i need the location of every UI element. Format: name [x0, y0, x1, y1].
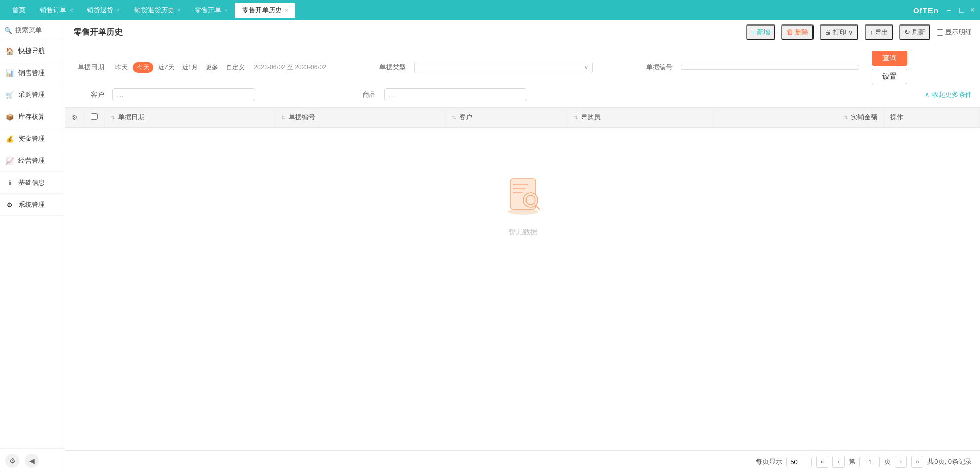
query-button[interactable]: 查询: [872, 51, 907, 66]
tab-return-history-label: 销货退货历史: [134, 6, 174, 15]
delete-button[interactable]: 🗑 删除: [781, 24, 814, 40]
tab-return-history-close[interactable]: ×: [177, 7, 180, 13]
sidebar-item-system[interactable]: ⚙ 系统管理: [0, 194, 65, 216]
svg-line-7: [536, 205, 539, 209]
th-salesperson[interactable]: ⇅ 导购员: [567, 108, 713, 128]
tab-retail[interactable]: 零售开单 ×: [187, 3, 234, 18]
tab-retail-history[interactable]: 零售开单历史 ×: [235, 3, 295, 18]
prev-page-button[interactable]: ‹: [832, 456, 845, 468]
add-button[interactable]: + 新增: [746, 24, 775, 40]
sidebar-item-purchase[interactable]: 🛒 采购管理: [0, 84, 65, 106]
customer-input[interactable]: …: [112, 88, 255, 101]
th-amount[interactable]: ⇅ 实销金额: [713, 108, 884, 128]
arrow-left-icon: ◀: [29, 457, 35, 465]
page-suffix: 页: [884, 457, 891, 466]
sidebar-item-label-7: 系统管理: [18, 200, 45, 209]
empty-icon: [497, 168, 548, 219]
tab-sales-order-close[interactable]: ×: [69, 7, 73, 13]
filter-settings-button[interactable]: 设置: [872, 69, 907, 84]
tab-sales-order[interactable]: 销售订单 ×: [33, 3, 80, 18]
window-close[interactable]: ×: [970, 6, 975, 15]
sort-icon-amount: ⇅: [844, 115, 848, 120]
show-detail-input[interactable]: [937, 29, 943, 36]
sidebar-item-label-4: 资金管理: [18, 134, 45, 143]
next-page-button[interactable]: ›: [895, 456, 907, 468]
th-salesperson-label: 导购员: [581, 113, 601, 121]
sidebar-item-sales[interactable]: 📊 销售管理: [0, 62, 65, 84]
sidebar-collapse-button[interactable]: ◀: [25, 454, 39, 468]
goods-filter-label: 商品: [345, 90, 376, 99]
tab-home[interactable]: 首页: [5, 3, 33, 18]
tab-return-close[interactable]: ×: [116, 7, 119, 13]
show-detail-label: 显示明细: [945, 28, 972, 37]
date-btn-more[interactable]: 更多: [203, 62, 221, 73]
tab-return[interactable]: 销货退货 ×: [80, 3, 127, 18]
th-doc-date[interactable]: ⇅ 单据日期: [105, 108, 275, 128]
sidebar-search-label: 搜索菜单: [15, 26, 42, 35]
window-maximize[interactable]: □: [959, 6, 964, 15]
content-area: 零售开单历史 + 新增 🗑 删除 🖨 打印 ∨ ↑ 导出 ↻ 刷新 显示明细: [65, 20, 980, 473]
sidebar-gear-button[interactable]: ⚙: [5, 454, 19, 468]
delete-button-label: 🗑 删除: [786, 28, 808, 37]
filter-row-1: 单据日期 昨天 今天 近7天 近1月 更多 自定义 2023-06-02 至 2…: [74, 51, 972, 84]
sidebar-item-label-1: 销售管理: [18, 68, 45, 78]
print-dropdown-icon: ∨: [848, 29, 853, 36]
date-btn-1month[interactable]: 近1月: [179, 62, 201, 73]
th-doc-num[interactable]: ⇅ 单据编号: [275, 108, 445, 128]
export-button[interactable]: ↑ 导出: [865, 24, 893, 40]
sort-icon-customer: ⇅: [452, 115, 456, 120]
sort-icon-doc-date: ⇅: [111, 115, 115, 120]
th-checkbox[interactable]: [84, 108, 105, 128]
first-page-button[interactable]: «: [816, 456, 828, 468]
sidebar-item-basic-info[interactable]: ℹ 基础信息: [0, 172, 65, 194]
doc-num-input[interactable]: [681, 65, 859, 70]
select-all-checkbox[interactable]: [91, 113, 98, 120]
current-page-input[interactable]: [859, 457, 880, 467]
sidebar-item-label-3: 库存核算: [18, 112, 45, 121]
date-btn-custom[interactable]: 自定义: [223, 62, 248, 73]
doc-type-select[interactable]: ∨: [414, 62, 593, 73]
operations-icon: 📈: [5, 156, 14, 165]
sidebar-item-finance[interactable]: 💰 资金管理: [0, 128, 65, 150]
sidebar-item-quick-nav[interactable]: 🏠 快捷导航: [0, 40, 65, 62]
th-customer[interactable]: ⇅ 客户: [445, 108, 567, 128]
tab-retail-close[interactable]: ×: [224, 7, 227, 13]
collapse-button[interactable]: ∧ 收起更多条件: [925, 90, 972, 99]
refresh-button[interactable]: ↻ 刷新: [899, 24, 930, 40]
print-button[interactable]: 🖨 打印 ∨: [820, 24, 859, 40]
th-customer-label: 客户: [459, 113, 472, 121]
page-label: 第: [849, 457, 855, 466]
tab-retail-label: 零售开单: [195, 6, 221, 15]
date-btn-yesterday[interactable]: 昨天: [112, 62, 131, 73]
per-page-label: 每页显示: [756, 457, 782, 466]
th-settings[interactable]: ⚙: [65, 108, 84, 128]
goods-input[interactable]: …: [384, 88, 527, 101]
last-page-button[interactable]: »: [911, 456, 923, 468]
tab-retail-history-close[interactable]: ×: [285, 7, 288, 13]
sidebar-item-inventory[interactable]: 📦 库存核算: [0, 106, 65, 128]
settings-icon: ⚙: [71, 114, 78, 121]
goods-placeholder: …: [389, 91, 395, 98]
basic-info-icon: ℹ: [5, 178, 14, 187]
system-icon: ⚙: [5, 200, 14, 209]
th-doc-num-label: 单据编号: [289, 113, 315, 121]
main-layout: 🔍 搜索菜单 🏠 快捷导航 📊 销售管理 🛒 采购管理 📦 库存核算 💰 资金管…: [0, 20, 980, 473]
print-button-label: 🖨 打印: [825, 28, 847, 37]
filter-row-2: 客户 … 商品 … ∧ 收起更多条件: [74, 88, 972, 101]
date-btn-7days[interactable]: 近7天: [155, 62, 177, 73]
tab-return-label: 销货退货: [87, 6, 113, 15]
sidebar-item-operations[interactable]: 📈 经营管理: [0, 150, 65, 172]
sidebar-search[interactable]: 🔍 搜索菜单: [0, 20, 65, 40]
show-detail-checkbox[interactable]: 显示明细: [937, 28, 972, 37]
empty-text: 暂无数据: [509, 228, 537, 237]
th-doc-date-label: 单据日期: [118, 113, 145, 121]
date-btn-today[interactable]: 今天: [133, 62, 153, 73]
per-page-select[interactable]: 50 10 20 100: [786, 457, 812, 467]
window-minimize[interactable]: －: [945, 5, 953, 16]
doc-type-arrow-icon: ∨: [584, 64, 588, 71]
collapse-icon: ∧: [925, 91, 930, 98]
next-page-icon: ›: [900, 458, 902, 465]
topbar-right: OfTEn － □ ×: [913, 5, 975, 16]
tab-return-history[interactable]: 销货退货历史 ×: [127, 3, 187, 18]
svg-rect-4: [513, 192, 523, 193]
